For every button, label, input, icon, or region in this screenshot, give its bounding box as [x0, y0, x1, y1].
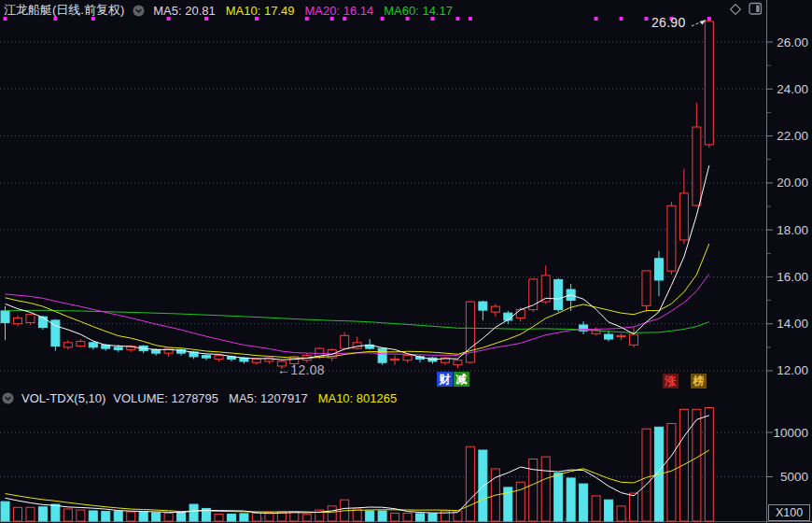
price-axis-label: 22.00	[777, 129, 808, 143]
volume-bar	[114, 512, 122, 521]
low-price-callout: ←12.08	[277, 362, 325, 377]
candle-body	[654, 259, 663, 280]
volume-bar	[215, 514, 223, 521]
volume-bar	[89, 511, 97, 521]
candles-layer	[1, 21, 713, 369]
event-marker-榜[interactable]: 榜	[691, 374, 707, 389]
candle-body	[1, 311, 9, 323]
candle-body	[13, 318, 21, 323]
candle-body	[26, 315, 35, 323]
volume-bar	[26, 507, 35, 521]
volume-bar	[189, 504, 198, 521]
price-axis-label: 24.00	[777, 82, 808, 96]
volume-bar	[529, 459, 538, 522]
candle-body	[89, 343, 97, 347]
price-axis-label: 16.00	[777, 270, 808, 284]
candle-body	[252, 359, 260, 362]
ma-label: MA20: 16.14	[305, 4, 374, 18]
volume-bar	[428, 514, 437, 521]
volume-bar	[328, 506, 336, 521]
volume-unit-badge: X100	[768, 504, 810, 521]
volume-bar	[102, 512, 110, 521]
candle-body	[630, 334, 638, 345]
volume-indicator-name: VOL-TDX(5,10)	[21, 391, 105, 405]
chevron-down-circle-icon[interactable]	[133, 5, 145, 17]
price-axis-label: 14.00	[777, 317, 808, 331]
candle-body	[403, 356, 412, 360]
candle-body	[38, 317, 47, 327]
split-panel-icon[interactable]	[749, 2, 763, 20]
volume-bar	[391, 513, 399, 521]
signal-dot	[707, 17, 711, 21]
volume-ma-layer	[6, 416, 709, 514]
volume-stat: MA5: 1207917	[229, 391, 308, 405]
event-marker-减[interactable]: 减	[454, 372, 469, 387]
volume-panel-header: VOL-TDX(5,10) VOLUME: 1278795MA5: 120791…	[2, 389, 407, 407]
candle-body	[341, 335, 349, 348]
volume-bar	[164, 513, 173, 521]
volume-bar	[139, 512, 147, 521]
candle-body	[617, 335, 625, 336]
toolbar-icons	[729, 2, 763, 20]
volume-bar	[378, 511, 386, 521]
high-price-callout: 26.90	[651, 15, 686, 30]
price-axis-label: 26.00	[777, 35, 808, 49]
candle-body	[454, 360, 462, 365]
volume-ma5-line	[6, 416, 709, 514]
volume-bar	[13, 507, 21, 521]
volume-bar	[152, 513, 161, 521]
grid-layer: 26.0024.0022.0020.0018.0016.0014.0012.00…	[0, 0, 812, 523]
ma-readouts: MA5: 20.81MA10: 17.49MA20: 16.14MA60: 14…	[153, 4, 463, 18]
price-axis-label: 18.00	[777, 223, 808, 237]
volume-bar	[466, 446, 474, 521]
candle-body	[353, 343, 361, 348]
volume-stat: MA10: 801265	[318, 391, 398, 405]
volume-bar	[38, 507, 47, 521]
price-ma-layer	[6, 165, 709, 360]
candle-body	[642, 271, 651, 305]
price-panel-header: 江龙船艇(日线.前复权) MA5: 20.81MA10: 17.49MA20: …	[4, 1, 463, 20]
diamond-marker-icon[interactable]	[729, 3, 742, 20]
volume-bar	[479, 450, 487, 521]
candle-body	[554, 279, 563, 309]
candle-body	[605, 334, 613, 339]
signal-dot	[595, 17, 598, 21]
event-marker-财[interactable]: 财	[437, 372, 453, 387]
volume-bar	[51, 504, 60, 521]
candle-body	[215, 356, 223, 360]
candle-body	[705, 21, 713, 145]
volume-bar	[693, 409, 701, 521]
volume-bar	[240, 514, 248, 521]
volume-bar	[416, 514, 425, 521]
candle-body	[679, 193, 688, 240]
volume-bar	[290, 512, 299, 521]
volume-readouts: VOLUME: 1278795MA5: 1207917MA10: 801265	[113, 391, 407, 405]
volume-bar	[353, 509, 361, 521]
volume-bar	[679, 409, 688, 521]
volume-bar	[127, 512, 135, 521]
ma-label: MA60: 14.17	[384, 4, 453, 18]
candle-body	[479, 302, 487, 310]
volume-bar	[302, 515, 311, 521]
volume-bar	[177, 513, 186, 521]
signal-dot	[644, 17, 648, 21]
candle-body	[203, 356, 211, 359]
candle-body	[77, 342, 85, 346]
chart-canvas: 26.0024.0022.0020.0018.0016.0014.0012.00…	[0, 0, 812, 523]
volume-bar	[63, 509, 72, 521]
volume-axis-label: 10000	[773, 426, 808, 440]
volume-axis-label: 5000	[780, 470, 808, 484]
volume-bar	[516, 482, 525, 521]
volume-bar	[630, 493, 638, 521]
chevron-down-circle-icon[interactable]	[2, 392, 14, 404]
volume-bar	[403, 513, 412, 521]
volume-bar	[227, 514, 235, 521]
volume-bar	[541, 457, 550, 521]
ma-label: MA10: 17.49	[226, 4, 295, 18]
volume-bar	[1, 502, 9, 521]
signal-dot	[469, 17, 472, 21]
volume-bar	[667, 424, 676, 522]
event-marker-涨[interactable]: 涨	[663, 374, 679, 389]
candle-body	[63, 343, 72, 347]
volume-bar	[252, 513, 260, 521]
